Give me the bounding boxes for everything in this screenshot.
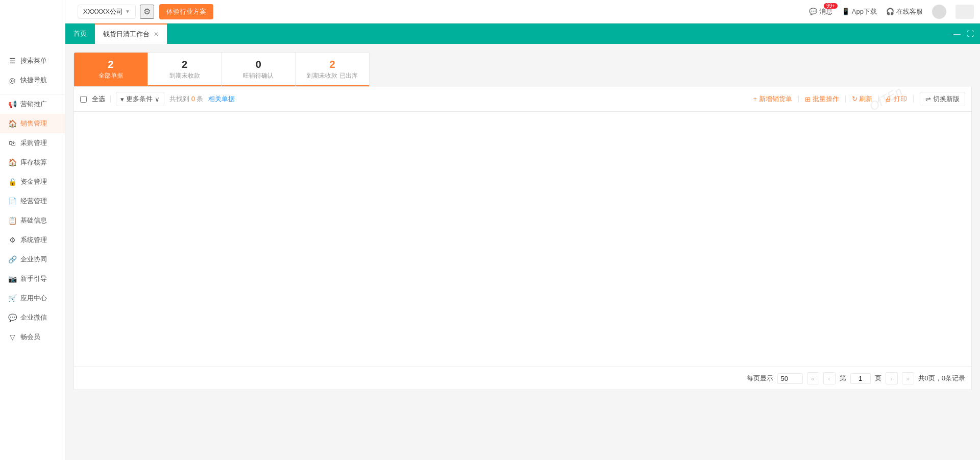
company-selector[interactable]: XXXXXX公司 ▼ xyxy=(78,5,136,19)
sidebar-item-marketing[interactable]: 📢 营销推广 xyxy=(0,94,65,114)
compass-icon: ◎ xyxy=(8,76,16,84)
search-icon: ☰ xyxy=(8,57,16,65)
company-arrow-icon: ▼ xyxy=(125,9,130,14)
tab-expand-icon[interactable]: ⛶ xyxy=(965,28,976,40)
table-area xyxy=(74,112,972,367)
experience-button[interactable]: 体验行业方案 xyxy=(159,4,213,19)
stats-tab-all[interactable]: 2 全部单据 xyxy=(74,53,148,86)
toolbar: 全选 ▾ 更多条件 ∨ 共找到 0 条 相关单据 + 新增销货单 ⊞ 批量操作 … xyxy=(74,87,972,112)
app-download-button[interactable]: 📱 App下载 xyxy=(842,7,877,16)
sidebar-item-appstore[interactable]: 🛒 应用中心 xyxy=(0,288,65,308)
download-icon: 📱 xyxy=(842,8,850,15)
prev-page-button[interactable]: ‹ xyxy=(823,372,836,384)
main-content: 2 全部单据 2 到期未收款 0 旺辅待确认 2 到期未收款 已出库 全选 ▾ … xyxy=(65,44,980,460)
sidebar-item-member[interactable]: ▽ 畅会员 xyxy=(0,327,65,347)
tutorial-icon: 📷 xyxy=(8,275,16,283)
divider2 xyxy=(798,95,799,103)
sidebar-item-tutorial[interactable]: 📷 新手引导 xyxy=(0,269,65,288)
divider5 xyxy=(913,95,914,103)
sidebar-item-operations[interactable]: 📄 经营管理 xyxy=(0,191,65,211)
inventory-icon: 🏠 xyxy=(8,158,16,166)
tab-home[interactable]: 首页 xyxy=(65,23,95,44)
tab-minimize-icon[interactable]: — xyxy=(951,28,963,40)
switch-icon: ⇌ xyxy=(925,95,931,103)
top-header: 6 畅捷通好生意 标准版 XXXXXX公司 ▼ ⚙ 体验行业方案 💬 消息 99… xyxy=(0,0,980,23)
last-page-button[interactable]: » xyxy=(902,372,914,384)
settings-button[interactable]: ⚙ xyxy=(140,5,154,19)
tab-workbench[interactable]: 钱货日清工作台 ✕ xyxy=(95,23,167,44)
tab-actions: — ⛶ xyxy=(951,28,980,40)
header-right: 💬 消息 99+ 📱 App下载 🎧 在线客服 xyxy=(809,5,974,19)
purchase-icon: 🛍 xyxy=(8,139,16,147)
filter-button[interactable]: ▾ 更多条件 ∨ xyxy=(116,92,164,106)
sidebar-item-purchase[interactable]: 🛍 采购管理 xyxy=(0,133,65,153)
found-text: 共找到 0 条 xyxy=(169,94,203,104)
enterprise-icon: 🔗 xyxy=(8,255,16,263)
sidebar-item-search[interactable]: ☰ 搜索菜单 xyxy=(0,51,65,70)
stats-tab-overdue-shipped[interactable]: 2 到期未收款 已出库 xyxy=(296,53,369,86)
divider xyxy=(110,95,111,103)
message-badge: 99+ xyxy=(824,3,838,9)
system-icon: ⚙ xyxy=(8,236,16,244)
select-all-checkbox[interactable] xyxy=(80,96,87,103)
basic-info-icon: 📋 xyxy=(8,216,16,225)
sales-icon: 🏠 xyxy=(8,119,16,128)
add-order-button[interactable]: + 新增销货单 xyxy=(753,94,792,104)
batch-icon: ⊞ xyxy=(805,95,811,103)
operations-icon: 📄 xyxy=(8,197,16,205)
marketing-icon: 📢 xyxy=(8,100,16,108)
sidebar-item-quicknav[interactable]: ◎ 快捷导航 xyxy=(0,70,65,90)
select-all-label: 全选 xyxy=(92,94,105,104)
stats-tab-overdue[interactable]: 2 到期未收款 xyxy=(148,53,222,86)
appstore-icon: 🛒 xyxy=(8,294,16,302)
weixin-icon: 💬 xyxy=(8,313,16,322)
filter-arrow-icon: ∨ xyxy=(155,95,160,103)
pagination: 每页显示 50 20 100 « ‹ 第 页 › » 共0页，0条记录 xyxy=(74,367,972,390)
first-page-button[interactable]: « xyxy=(807,372,819,384)
online-service-button[interactable]: 🎧 在线客服 xyxy=(886,7,923,16)
member-icon: ▽ xyxy=(8,333,16,341)
message-icon: 💬 xyxy=(809,8,817,15)
finance-icon: 🔒 xyxy=(8,178,16,186)
page-size-select[interactable]: 50 20 100 xyxy=(777,373,803,384)
related-orders-link[interactable]: 相关单据 xyxy=(208,94,235,104)
avatar[interactable] xyxy=(932,5,946,19)
filter-icon: ▾ xyxy=(120,95,124,103)
stats-tab-pending[interactable]: 0 旺辅待确认 xyxy=(222,53,296,86)
divider4 xyxy=(878,95,879,103)
sidebar-item-sales[interactable]: 🏠 销售管理 xyxy=(0,114,65,133)
sidebar-item-finance[interactable]: 🔒 资金管理 xyxy=(0,172,65,191)
sidebar-item-inventory[interactable]: 🏠 库存核算 xyxy=(0,153,65,172)
refresh-button[interactable]: ↻ 刷新 xyxy=(852,94,873,104)
user-name-area[interactable] xyxy=(955,5,974,19)
batch-operation-button[interactable]: ⊞ 批量操作 xyxy=(805,94,839,104)
page-number-input[interactable] xyxy=(850,373,871,384)
stats-tabs: 2 全部单据 2 到期未收款 0 旺辅待确认 2 到期未收款 已出库 xyxy=(74,52,370,87)
tab-nav: 首页 钱货日清工作台 ✕ — ⛶ xyxy=(65,23,980,44)
sidebar-item-system[interactable]: ⚙ 系统管理 xyxy=(0,230,65,250)
service-icon: 🎧 xyxy=(886,8,894,15)
sidebar: ☰ 搜索菜单 ◎ 快捷导航 📢 营销推广 🏠 销售管理 🛍 采购管理 🏠 库存核… xyxy=(0,0,65,460)
total-records: 共0页，0条记录 xyxy=(918,374,965,383)
gear-icon: ⚙ xyxy=(143,7,151,16)
print-icon: 🖨 xyxy=(885,95,892,103)
switch-version-button[interactable]: ⇌ 切换新版 xyxy=(920,92,965,106)
print-button[interactable]: 🖨 打印 xyxy=(885,94,907,104)
next-page-button[interactable]: › xyxy=(886,372,898,384)
tab-close-icon[interactable]: ✕ xyxy=(154,31,159,38)
company-name: XXXXXX公司 xyxy=(83,7,123,16)
divider3 xyxy=(845,95,846,103)
sidebar-item-weixin[interactable]: 💬 企业微信 xyxy=(0,308,65,327)
toolbar-right: + 新增销货单 ⊞ 批量操作 ↻ 刷新 🖨 打印 ⇌ 切换新版 xyxy=(753,92,965,106)
sidebar-item-basic-info[interactable]: 📋 基础信息 xyxy=(0,211,65,230)
message-button[interactable]: 💬 消息 99+ xyxy=(809,7,832,16)
refresh-icon: ↻ xyxy=(852,95,857,103)
sidebar-item-enterprise[interactable]: 🔗 企业协同 xyxy=(0,250,65,269)
